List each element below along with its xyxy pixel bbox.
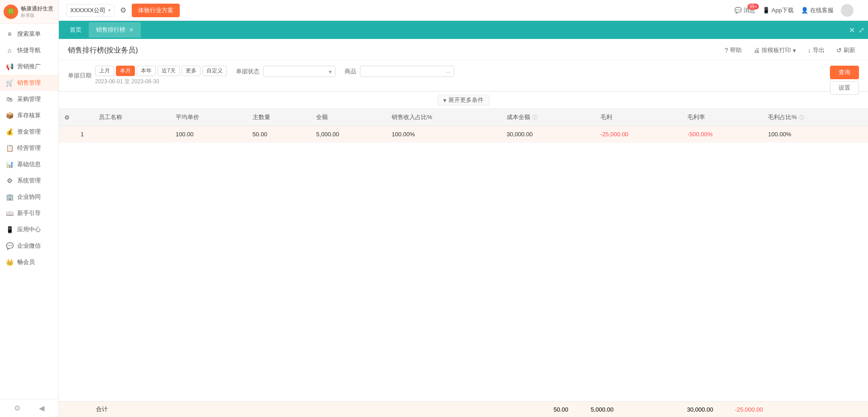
sidebar-item-sales-mgmt[interactable]: 🛒 销售管理 <box>0 75 58 91</box>
sidebar-item-operations[interactable]: 📋 经营管理 <box>0 140 58 156</box>
sidebar-item-label: 搜索菜单 <box>17 30 41 38</box>
inventory-icon: 📦 <box>5 111 14 120</box>
sidebar-item-inventory[interactable]: 📦 库存核算 <box>0 107 58 124</box>
member-icon: 👑 <box>5 258 14 266</box>
sidebar-item-basic-info[interactable]: 📊 基础信息 <box>0 156 58 173</box>
sidebar-item-enterprise-wx[interactable]: 💬 企业微信 <box>0 238 58 254</box>
sidebar-item-member[interactable]: 👑 畅会员 <box>0 254 58 270</box>
sidebar-bottom: ⚙ ◀ <box>0 399 58 417</box>
tab-bar: 首页 销售排行榜 ✕ ✕ ⤢ <box>59 21 868 39</box>
purchase-mgmt-icon: 🛍 <box>5 95 14 103</box>
gross-pct-info-icon[interactable]: ⓘ <box>799 115 804 120</box>
online-service-label: 在线客服 <box>810 6 834 14</box>
th-settings[interactable]: ⚙ <box>59 109 75 126</box>
td-sales-pct: 100.00% <box>386 126 501 143</box>
sidebar-item-label: 企业微信 <box>17 242 41 250</box>
sidebar-item-enterprise-collab[interactable]: 🏢 企业协同 <box>0 189 58 205</box>
sidebar-item-sys-mgmt[interactable]: ⚙ 系统管理 <box>0 173 58 189</box>
th-sales-pct: 销售收入占比% <box>386 109 501 126</box>
message-badge: 99+ <box>748 4 759 10</box>
settings-bottom-icon[interactable]: ⚙ <box>14 404 20 412</box>
date-btn-last-month[interactable]: 上月 <box>95 66 114 76</box>
sidebar-item-label: 快捷导航 <box>17 46 41 54</box>
date-filter-label: 单据日期 <box>68 72 91 80</box>
td-gross: -25,000.00 <box>595 126 682 143</box>
gear-icon[interactable]: ⚙ <box>120 6 126 14</box>
chevron-down-icon: ▾ <box>108 8 110 13</box>
service-icon: 👤 <box>801 7 808 14</box>
sidebar-item-new-guide[interactable]: 📖 新手引导 <box>0 205 58 221</box>
finance-icon: 💰 <box>5 128 14 136</box>
app-download-label: App下载 <box>772 6 794 14</box>
table-row: 1 100.00 50.00 5,000.00 100.00% 30,000.0… <box>59 126 868 143</box>
app-edition: 标准版 <box>21 12 53 19</box>
footer-cost-total: 30,000.00 <box>663 406 713 413</box>
collapse-sidebar-icon[interactable]: ◀ <box>39 404 44 412</box>
sidebar-logo: 🍀 畅康通好生意 标准版 <box>0 0 58 24</box>
footer-total-row: 合计 50.00 5,000.00 30,000.00 -25,000.00 <box>59 401 868 417</box>
sys-mgmt-icon: ⚙ <box>5 177 14 185</box>
date-btn-7days[interactable]: 近7天 <box>158 66 180 76</box>
close-all-icon[interactable]: ✕ <box>849 26 855 34</box>
avatar[interactable] <box>841 4 854 17</box>
sidebar-item-purchase-mgmt[interactable]: 🛍 采购管理 <box>0 91 58 107</box>
trial-button[interactable]: 体验行业方案 <box>132 4 180 17</box>
th-employee: 员工名称 <box>93 109 170 126</box>
table-area: ⚙ 员工名称 平均单价 主数量 全额 销售收入占比% 成本全额 ⓘ 毛利 毛利率 <box>59 109 868 143</box>
sidebar-item-label: 应用中心 <box>17 225 41 234</box>
enterprise-collab-icon: 🏢 <box>5 193 14 201</box>
tab-home[interactable]: 首页 <box>62 22 89 38</box>
goods-input[interactable] <box>360 66 454 77</box>
sidebar-item-label: 企业协同 <box>17 193 41 201</box>
sidebar-item-quick-nav[interactable]: ⌂ 快捷导航 <box>0 42 58 58</box>
status-select-wrapper <box>263 66 336 77</box>
print-button[interactable]: 🖨 按模板打印 ▾ <box>750 44 800 56</box>
app-download-group[interactable]: 📱 App下载 <box>762 6 794 14</box>
query-button[interactable]: 查询 <box>830 66 859 79</box>
print-icon: 🖨 <box>753 47 760 54</box>
tab-close-icon[interactable]: ✕ <box>129 27 134 33</box>
company-selector[interactable]: XXXXXX公司 ▾ <box>66 4 115 17</box>
page-title: 销售排行榜(按业务员) <box>68 46 138 55</box>
tab-sales-rank[interactable]: 销售排行榜 ✕ <box>89 22 141 38</box>
footer-total-label: 合计 <box>96 405 496 413</box>
app-center-icon: 📱 <box>5 225 14 234</box>
td-rank: 1 <box>75 126 93 143</box>
export-button[interactable]: ↓ 导出 <box>804 44 828 56</box>
date-btn-more[interactable]: 更多 <box>182 66 201 76</box>
date-buttons: 上月 本月 本年 近7天 更多 自定义 <box>95 66 227 76</box>
cost-total-info-icon[interactable]: ⓘ <box>532 115 537 120</box>
expand-icon[interactable]: ⤢ <box>858 26 864 34</box>
sidebar-item-search-order[interactable]: ≡ 搜索菜单 <box>0 26 58 42</box>
settings-button[interactable]: 设置 <box>830 81 859 95</box>
sidebar-item-label: 销售管理 <box>17 79 41 87</box>
top-header: XXXXXX公司 ▾ ⚙ 体验行业方案 💬 消息 99+ 📱 App下载 👤 在… <box>59 0 868 21</box>
date-btn-this-year[interactable]: 本年 <box>137 66 156 76</box>
sidebar-item-marketing[interactable]: 📢 营销推广 <box>0 58 58 75</box>
operations-icon: 📋 <box>5 144 14 152</box>
chevron-down-expand-icon: ▾ <box>443 97 446 104</box>
expand-conditions-button[interactable]: ▾ 展开更多条件 <box>437 95 489 105</box>
th-main-qty: 主数量 <box>247 109 311 126</box>
refresh-button[interactable]: ↺ 刷新 <box>833 44 859 56</box>
sidebar-item-finance[interactable]: 💰 资金管理 <box>0 124 58 140</box>
sidebar-item-app-center[interactable]: 📱 应用中心 <box>0 221 58 238</box>
marketing-icon: 📢 <box>5 62 14 71</box>
search-order-icon: ≡ <box>5 30 14 38</box>
th-rank <box>75 109 93 126</box>
help-button[interactable]: ? 帮助 <box>721 44 745 56</box>
online-service-group[interactable]: 👤 在线客服 <box>801 6 834 14</box>
sidebar-nav: ≡ 搜索菜单 ⌂ 快捷导航 📢 营销推广 🛒 销售管理 🛍 采购管理 📦 库存核… <box>0 24 58 399</box>
filter-bar: 单据日期 上月 本月 本年 近7天 更多 自定义 2023-06-01 至 20… <box>59 60 868 91</box>
enterprise-wx-icon: 💬 <box>5 242 14 250</box>
export-icon: ↓ <box>808 47 811 54</box>
message-group[interactable]: 💬 消息 99+ <box>734 6 755 14</box>
status-select[interactable] <box>263 66 336 77</box>
th-gross-pct: 毛利占比% ⓘ <box>762 109 868 126</box>
date-btn-custom[interactable]: 自定义 <box>202 66 227 76</box>
goods-filter-group: 商品 <box>345 66 454 77</box>
print-label: 按模板打印 <box>762 46 791 54</box>
sidebar-item-label: 库存核算 <box>17 111 41 120</box>
date-btn-this-month[interactable]: 本月 <box>116 66 135 76</box>
tab-sales-rank-label: 销售排行榜 <box>96 26 125 34</box>
